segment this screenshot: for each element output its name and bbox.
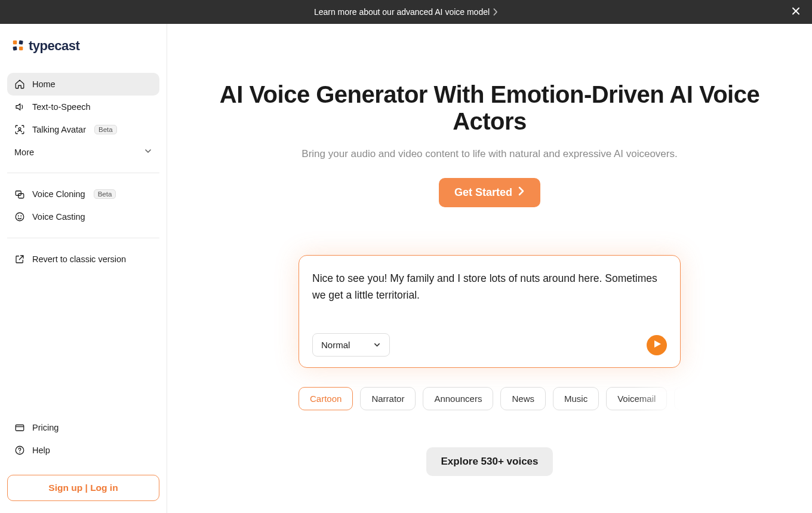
svg-rect-0 <box>13 41 17 44</box>
sidebar-item-more[interactable]: More <box>7 141 159 163</box>
sidebar-divider <box>7 238 159 238</box>
play-button[interactable] <box>647 335 667 355</box>
category-chip-news[interactable]: News <box>500 387 546 410</box>
sidebar-item-voice-cloning[interactable]: Voice Cloning Beta <box>7 183 159 205</box>
sidebar-item-revert-classic[interactable]: Revert to classic version <box>7 248 159 271</box>
tts-preview-card: Nice to see you! My family and I store l… <box>299 255 681 368</box>
tts-text-content[interactable]: Nice to see you! My family and I store l… <box>312 270 667 321</box>
sidebar-item-text-to-speech[interactable]: Text-to-Speech <box>7 96 159 118</box>
sidebar-item-label: Pricing <box>32 423 59 432</box>
sidebar-item-label: Help <box>32 446 50 455</box>
auth-button[interactable]: Sign up | Log in <box>7 475 159 501</box>
chip-label: Voicemail <box>617 394 656 404</box>
chip-label: Music <box>564 394 588 404</box>
sidebar-item-label: Voice Casting <box>32 212 85 222</box>
sidebar-item-label: Revert to classic version <box>32 254 126 264</box>
voice-style-select[interactable]: Normal <box>312 333 390 357</box>
announcement-text: Learn more about our advanced AI voice m… <box>314 7 490 17</box>
sidebar-item-talking-avatar[interactable]: Talking Avatar Beta <box>7 118 159 141</box>
sidebar: typecast Home Text-to-Speech <box>0 24 167 513</box>
chevron-down-icon <box>144 147 152 157</box>
sidebar-item-voice-casting[interactable]: Voice Casting <box>7 205 159 228</box>
get-started-button[interactable]: Get Started <box>439 178 540 207</box>
svg-point-12 <box>19 452 20 453</box>
hero-title: AI Voice Generator With Emotion-Driven A… <box>191 81 788 135</box>
sidebar-item-label: Text-to-Speech <box>32 102 91 112</box>
announcement-link[interactable]: Learn more about our advanced AI voice m… <box>314 7 498 17</box>
sidebar-item-label: Home <box>32 79 56 89</box>
svg-point-8 <box>18 216 19 217</box>
brand-name: typecast <box>29 38 79 54</box>
voice-casting-icon <box>14 211 25 222</box>
category-chip-music[interactable]: Music <box>553 387 599 410</box>
sidebar-item-label: Talking Avatar <box>32 125 86 134</box>
sidebar-item-home[interactable]: Home <box>7 73 159 96</box>
category-chip-cartoon[interactable]: Cartoon <box>299 387 353 410</box>
avatar-scan-icon <box>14 124 25 135</box>
announcement-bar: Learn more about our advanced AI voice m… <box>0 0 812 24</box>
svg-point-4 <box>19 128 21 130</box>
chip-label: Announcers <box>434 394 482 404</box>
main-content: AI Voice Generator With Emotion-Driven A… <box>167 24 812 513</box>
chevron-down-icon <box>373 341 381 349</box>
auth-button-label: Sign up | Log in <box>48 483 118 493</box>
category-chip-voicemail[interactable]: Voicemail <box>606 387 667 410</box>
category-chip-kid[interactable]: Kid <box>674 387 681 410</box>
category-chip-narrator[interactable]: Narrator <box>360 387 416 410</box>
play-icon <box>653 340 662 350</box>
chip-label: Narrator <box>371 394 404 404</box>
beta-badge: Beta <box>94 189 116 199</box>
external-link-icon <box>14 254 25 265</box>
chip-label: News <box>512 394 534 404</box>
sidebar-item-pricing[interactable]: Pricing <box>7 416 159 439</box>
hero-subtitle: Bring your audio and video content to li… <box>302 148 677 160</box>
announcement-close-button[interactable] <box>792 7 800 17</box>
sidebar-item-label: Voice Cloning <box>32 189 85 199</box>
category-chips: Cartoon Narrator Announcers News Music V… <box>299 387 681 410</box>
chip-label: Cartoon <box>310 394 342 404</box>
chevron-right-icon <box>493 8 498 16</box>
brand-logo-icon <box>12 39 25 53</box>
brand-logo[interactable]: typecast <box>7 38 159 70</box>
svg-rect-3 <box>19 47 23 50</box>
sidebar-divider <box>7 173 159 173</box>
svg-rect-1 <box>19 40 23 44</box>
home-icon <box>14 79 25 90</box>
beta-badge: Beta <box>94 125 117 134</box>
svg-rect-2 <box>13 46 17 50</box>
cta-label: Get Started <box>454 186 512 199</box>
category-chip-announcers[interactable]: Announcers <box>423 387 493 410</box>
sidebar-item-help[interactable]: Help <box>7 439 159 462</box>
credit-card-icon <box>14 422 25 433</box>
svg-rect-10 <box>16 425 24 431</box>
help-icon <box>14 445 25 456</box>
explore-voices-button[interactable]: Explore 530+ voices <box>426 447 552 476</box>
speaker-icon <box>14 102 25 112</box>
sidebar-item-label: More <box>14 148 34 157</box>
svg-point-7 <box>16 213 24 221</box>
explore-label: Explore 530+ voices <box>441 456 538 467</box>
chevron-right-icon <box>518 186 525 199</box>
svg-point-9 <box>20 216 21 217</box>
voice-style-value: Normal <box>321 340 350 350</box>
voice-cloning-icon <box>14 189 25 199</box>
